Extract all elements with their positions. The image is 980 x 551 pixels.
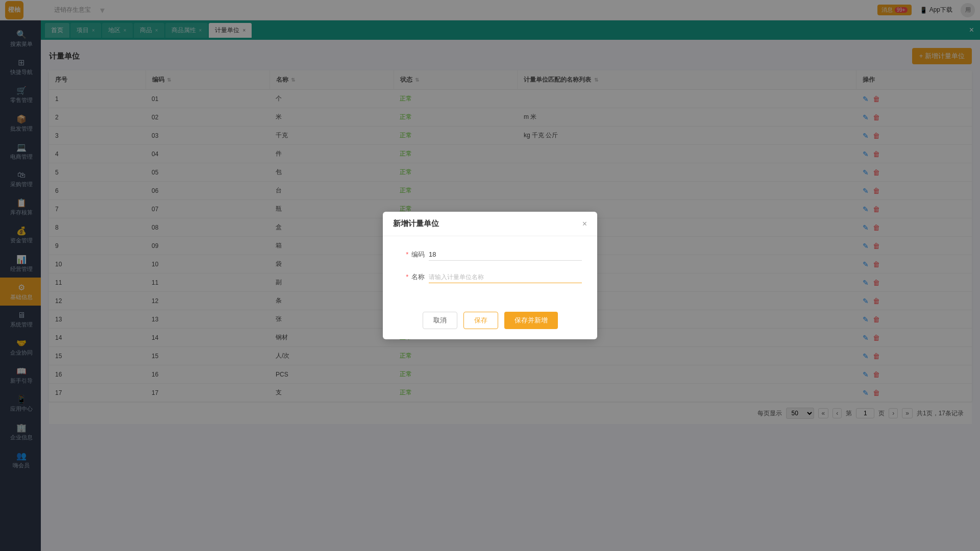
modal-close-button[interactable]: × (582, 219, 587, 229)
code-input[interactable] (429, 248, 582, 261)
code-label-text: 编码 (411, 251, 425, 258)
modal-body: * 编码 * 名称 (383, 236, 597, 306)
modal-footer: 取消 保存 保存并新增 (383, 306, 597, 339)
code-label: * 编码 (398, 250, 429, 259)
form-row-code: * 编码 (398, 248, 582, 261)
cancel-button[interactable]: 取消 (423, 312, 457, 329)
modal-overlay[interactable]: 新增计量单位 × * 编码 * 名称 取消 保存 保存并新增 (0, 0, 980, 551)
name-required-mark: * (406, 273, 408, 281)
form-row-name: * 名称 (398, 271, 582, 283)
modal-header: 新增计量单位 × (383, 212, 597, 236)
name-input[interactable] (429, 271, 582, 283)
name-label: * 名称 (398, 272, 429, 282)
add-unit-modal: 新增计量单位 × * 编码 * 名称 取消 保存 保存并新增 (383, 212, 597, 339)
modal-title: 新增计量单位 (393, 219, 439, 229)
name-label-text: 名称 (411, 273, 425, 281)
save-button[interactable]: 保存 (463, 312, 498, 329)
code-required-mark: * (406, 251, 408, 258)
save-new-button[interactable]: 保存并新增 (504, 312, 558, 329)
